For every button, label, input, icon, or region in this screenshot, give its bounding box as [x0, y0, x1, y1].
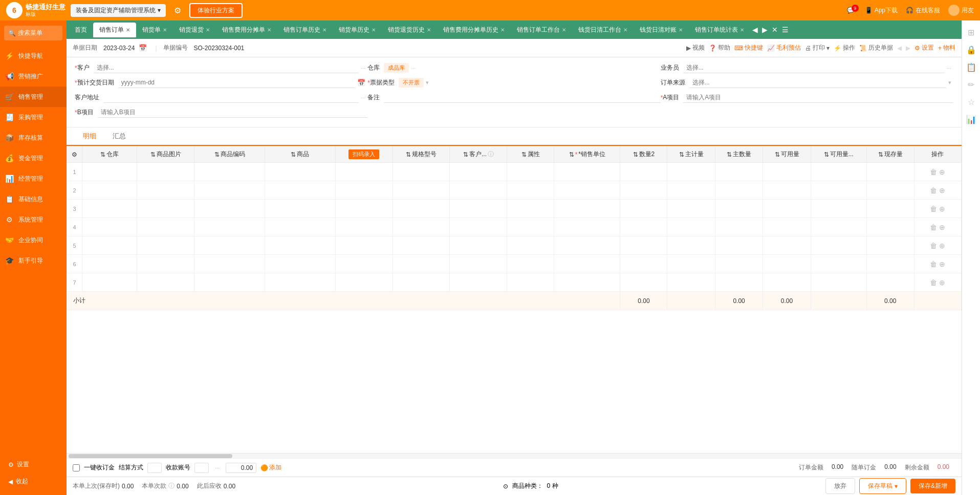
tab-return[interactable]: 销货退货 ✕ — [173, 23, 216, 37]
right-icon-5[interactable]: ☆ — [964, 94, 979, 110]
search-menu-btn[interactable]: 🔍 搜索菜单 — [4, 26, 62, 40]
sidebar-item-inventory[interactable]: 📦 库存核算 — [0, 127, 67, 148]
tab-slip-history[interactable]: 销货单历史 ✕ — [333, 23, 382, 37]
th-code[interactable]: ⇅商品编码 — [194, 146, 265, 163]
th-image[interactable]: ⇅商品图片 — [137, 146, 194, 163]
th-attr[interactable]: ⇅属性 — [507, 146, 554, 163]
add-payment-btn[interactable]: 🟠 添加 — [260, 463, 281, 472]
tab-close-daily-clear[interactable]: ✕ — [623, 27, 627, 33]
customer-input[interactable] — [94, 62, 359, 73]
tab-close-fee-history[interactable]: ✕ — [500, 27, 505, 33]
amount-input[interactable] — [226, 463, 256, 473]
th-product[interactable]: ⇅商品 — [265, 146, 335, 163]
user-avatar[interactable]: 用友 — [948, 5, 974, 16]
calendar-icon[interactable]: 📅 — [137, 44, 149, 52]
tab-fee-split[interactable]: 销售费用分摊单 ✕ — [216, 23, 277, 37]
tab-close-sales-slip[interactable]: ✕ — [163, 27, 167, 33]
right-icon-3[interactable]: 📋 — [964, 59, 979, 75]
invoice-arrow[interactable]: ▾ — [424, 79, 431, 86]
scroll-thumb[interactable] — [69, 454, 232, 458]
sidebar-item-sales[interactable]: 🛒 销售管理 — [0, 87, 67, 107]
tab-workbench[interactable]: 销售订单工作台 ✕ — [511, 23, 572, 37]
th-spec[interactable]: ⇅规格型号 — [393, 146, 450, 163]
scan-btn[interactable]: 扫码录入 — [349, 149, 379, 159]
help-btn[interactable]: ❓ 帮助 — [709, 44, 730, 52]
row-copy-6[interactable]: ⊕ — [939, 260, 945, 268]
sidebar-item-system[interactable]: ⚙ 系统管理 — [0, 209, 67, 230]
sidebar-item-quicknav[interactable]: ⚡ 快捷导航 — [0, 46, 67, 66]
tab-menu-btn[interactable]: ☰ — [780, 26, 791, 34]
draft-btn[interactable]: 保存草稿 ▾ — [859, 478, 906, 494]
sidebar-settings-btn[interactable]: ⚙ 设置 — [4, 456, 62, 473]
tab-detail[interactable]: 明细 — [75, 127, 104, 145]
salesman-input[interactable] — [683, 62, 945, 73]
th-avail[interactable]: ⇅可用量 — [763, 146, 811, 163]
th-stock[interactable]: ⇅现存量 — [866, 146, 914, 163]
sidebar-item-enterprise[interactable]: 🤝 企业协同 — [0, 230, 67, 250]
scroll-track[interactable] — [67, 453, 962, 458]
tab-reconcile[interactable]: 钱货日清对账 ✕ — [634, 23, 689, 37]
tab-home[interactable]: 首页 — [69, 23, 93, 37]
sidebar-collapse-btn[interactable]: ◀ 收起 — [4, 473, 62, 490]
discard-btn[interactable]: 放弃 — [825, 478, 855, 494]
b-project-input[interactable] — [98, 107, 368, 118]
sidebar-item-guide[interactable]: 🎓 新手引导 — [0, 250, 67, 271]
tab-close-fee-split[interactable]: ✕ — [267, 27, 271, 33]
view-btn[interactable]: ▶ 视频 — [686, 44, 705, 52]
notifications[interactable]: 💬 9 9 — [847, 7, 857, 14]
delivery-date-input[interactable] — [118, 77, 356, 88]
customer-more[interactable]: ··· — [359, 65, 367, 71]
salesman-more[interactable]: ··· — [945, 65, 953, 71]
address-more[interactable]: ··· — [359, 95, 367, 101]
row-delete-4[interactable]: 🗑 — [930, 223, 937, 231]
print-btn[interactable]: 🖨 打印 ▾ — [805, 44, 830, 52]
tab-order-history[interactable]: 销售订单历史 ✕ — [277, 23, 333, 37]
row-copy-4[interactable]: ⊕ — [939, 223, 945, 231]
tab-close-return[interactable]: ✕ — [206, 27, 210, 33]
right-icon-6[interactable]: 📊 — [964, 112, 979, 127]
draft-arrow[interactable]: ▾ — [895, 483, 898, 490]
sidebar-item-purchase[interactable]: 🧾 采购管理 — [0, 107, 67, 127]
remark-input[interactable] — [384, 92, 660, 103]
history-btn[interactable]: 📜 历史单据 — [859, 44, 893, 52]
sidebar-item-finance[interactable]: 💰 资金管理 — [0, 148, 67, 168]
row-delete-2[interactable]: 🗑 — [930, 186, 937, 195]
online-service[interactable]: 🎧 在线客服 — [906, 6, 940, 15]
sidebar-item-marketing[interactable]: 📢 营销推广 — [0, 66, 67, 87]
row-delete-1[interactable]: 🗑 — [930, 168, 937, 176]
row-copy-2[interactable]: ⊕ — [939, 186, 945, 195]
tab-sales-slip[interactable]: 销货单 ✕ — [136, 23, 173, 37]
sidebar-item-operations[interactable]: 📊 经营管理 — [0, 168, 67, 189]
shortcut-btn[interactable]: ⌨ 快捷键 — [734, 44, 763, 52]
row-copy-1[interactable]: ⊕ — [939, 168, 945, 176]
order-source-arrow[interactable]: ▾ — [946, 79, 953, 86]
order-source-input[interactable] — [689, 77, 946, 88]
profit-btn[interactable]: 📈 毛利预估 — [767, 44, 801, 52]
row-copy-3[interactable]: ⊕ — [939, 205, 945, 213]
row-delete-7[interactable]: 🗑 — [930, 278, 937, 287]
tab-close-workbench[interactable]: ✕ — [562, 27, 566, 33]
add-item-btn[interactable]: + 物料 — [938, 44, 955, 52]
tab-close-all-btn[interactable]: ✕ — [770, 26, 780, 34]
warehouse-more[interactable]: ··· — [409, 65, 418, 71]
right-icon-2[interactable]: 🔒 — [964, 42, 979, 57]
th-main-qty[interactable]: ⇅主数量 — [715, 146, 763, 163]
settings-icon[interactable]: ⚙ — [171, 6, 184, 15]
date-field[interactable]: 2023-03-24 📅 — [103, 44, 149, 52]
right-icon-4[interactable]: ✏ — [964, 77, 979, 92]
tab-close-slip-history[interactable]: ✕ — [372, 27, 376, 33]
tab-stats[interactable]: 销售订单统计表 ✕ — [689, 23, 750, 37]
delivery-calendar-icon[interactable]: 📅 — [355, 79, 367, 87]
address-input[interactable] — [103, 92, 359, 103]
right-icon-1[interactable]: ⊞ — [964, 25, 979, 40]
tab-prev-btn[interactable]: ◀ — [750, 26, 760, 34]
row-copy-5[interactable]: ⊕ — [939, 242, 945, 250]
row-delete-5[interactable]: 🗑 — [930, 242, 937, 250]
tab-summary[interactable]: 汇总 — [104, 127, 134, 145]
th-customer-code[interactable]: ⇅客户...ⓘ — [450, 146, 507, 163]
a-project-input[interactable] — [683, 92, 953, 103]
row-delete-3[interactable]: 🗑 — [930, 205, 937, 213]
th-unit[interactable]: ⇅**销售单位 — [554, 146, 620, 163]
row-copy-7[interactable]: ⊕ — [939, 278, 945, 287]
settings-top-btn[interactable]: ⚙ 设置 — [914, 44, 934, 52]
